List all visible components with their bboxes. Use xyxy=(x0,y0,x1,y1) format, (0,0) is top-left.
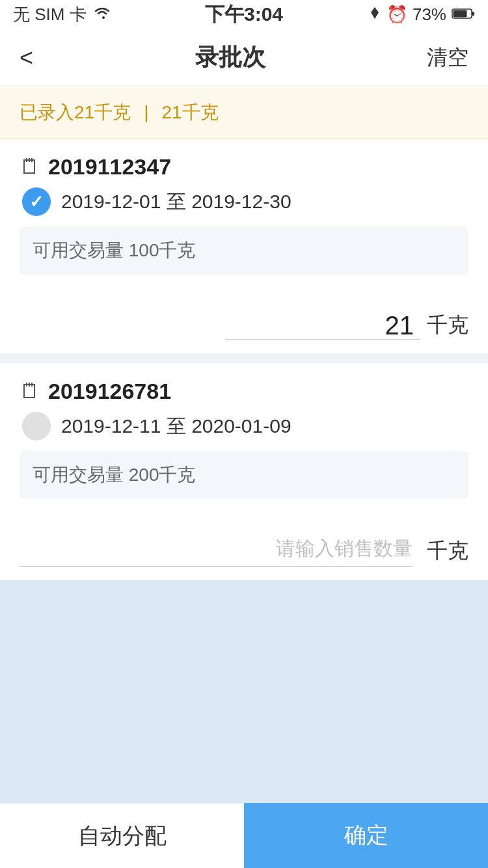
recorded-label: 已录入21千克 xyxy=(20,100,131,125)
bottom-bar: 自动分配 确定 xyxy=(0,803,488,868)
battery-label: 73% xyxy=(413,5,446,25)
batch-date-2: 2019-12-11 至 2020-01-09 xyxy=(61,413,291,440)
qty-underline-1: 21 xyxy=(225,311,420,340)
wifi-icon xyxy=(93,5,111,25)
radio-selected-1[interactable]: ✓ xyxy=(22,187,51,216)
batch-id-2: 2019126781 xyxy=(48,379,171,404)
batch-date-row-2[interactable]: 2019-12-11 至 2020-01-09 xyxy=(20,412,468,441)
radio-unselected-2[interactable] xyxy=(22,412,51,441)
nav-bar: < 录批次 清空 xyxy=(0,29,488,87)
batch-avail-2: 可用交易量 200千克 xyxy=(20,451,468,499)
battery-icon xyxy=(452,5,475,25)
page-title: 录批次 xyxy=(195,42,265,74)
batch-header-2: 🗒 2019126781 xyxy=(20,379,468,404)
batch-id-1: 2019112347 xyxy=(48,154,171,180)
batch-header-1: 🗒 2019112347 xyxy=(20,154,468,180)
location-icon xyxy=(368,5,381,25)
back-button[interactable]: < xyxy=(20,44,33,72)
confirm-button[interactable]: 确定 xyxy=(244,803,488,868)
summary-bar: 已录入21千克 | 21千克 xyxy=(0,87,488,139)
status-bar: 无 SIM 卡 下午3:04 ⏰ 73% xyxy=(0,0,488,29)
status-left: 无 SIM 卡 xyxy=(13,3,111,26)
check-icon: ✓ xyxy=(29,192,44,212)
batch-item-1: 🗒 2019112347 ✓ 2019-12-01 至 2019-12-30 可… xyxy=(0,139,488,301)
svg-rect-2 xyxy=(454,10,467,17)
alarm-icon: ⏰ xyxy=(386,5,407,25)
clear-button[interactable]: 清空 xyxy=(427,44,468,72)
qty-value-1[interactable]: 21 xyxy=(225,311,420,340)
summary-amount: 21千克 xyxy=(161,100,218,125)
qty-placeholder: 请输入销售数量 xyxy=(276,536,413,562)
status-right: ⏰ 73% xyxy=(368,5,475,25)
batch-date-row-1[interactable]: ✓ 2019-12-01 至 2019-12-30 xyxy=(20,187,468,216)
auto-distribute-button[interactable]: 自动分配 xyxy=(0,803,244,868)
svg-rect-1 xyxy=(472,12,474,16)
batch-icon-2: 🗒 xyxy=(20,379,40,403)
no-sim-label: 无 SIM 卡 xyxy=(13,3,87,26)
qty-row-1: 21 千克 xyxy=(0,301,488,353)
batch-item-2: 🗒 2019126781 2019-12-11 至 2020-01-09 可用交… xyxy=(0,363,488,525)
qty-unit-1: 千克 xyxy=(427,311,468,340)
qty-input-row-2: 请输入销售数量 千克 xyxy=(0,525,488,580)
batch-icon-1: 🗒 xyxy=(20,155,40,179)
status-time: 下午3:04 xyxy=(205,1,283,28)
qty-input-container[interactable]: 请输入销售数量 xyxy=(20,536,413,567)
batch-avail-1: 可用交易量 100千克 xyxy=(20,226,468,275)
summary-divider: | xyxy=(144,102,148,123)
batch-date-1: 2019-12-01 至 2019-12-30 xyxy=(61,189,291,215)
qty-input-unit: 千克 xyxy=(427,537,468,565)
section-divider xyxy=(0,353,488,363)
